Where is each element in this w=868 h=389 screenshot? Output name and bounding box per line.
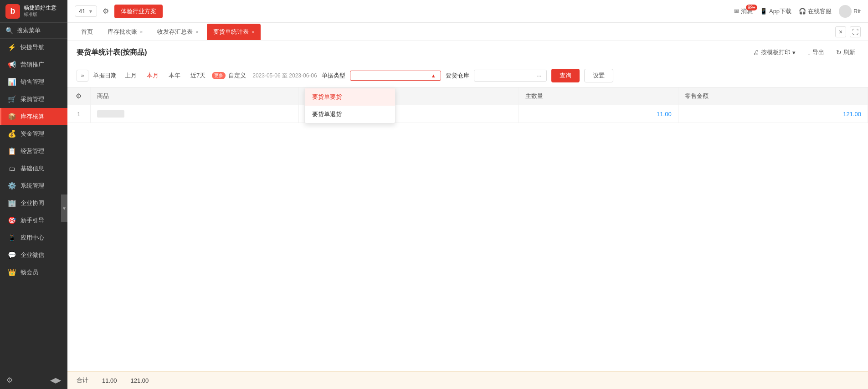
shortcut-last-7[interactable]: 近7天 — [187, 71, 209, 81]
page-header: 要货单统计表(按商品) 🖨 按模板打印 ▾ ↓ 导出 ↻ 刷新 — [67, 41, 868, 64]
wx-icon: 💬 — [7, 251, 17, 259]
store-arrow-icon: ▼ — [88, 9, 93, 14]
tab-batch-account-close[interactable]: × — [140, 29, 143, 35]
type-dropdown: 要货单要货 要货单退货 — [304, 88, 395, 123]
tab-order-stats[interactable]: 要货单统计表 × — [207, 24, 261, 40]
summary-label: 合计 — [77, 376, 88, 384]
col-settings-header[interactable]: ⚙ — [67, 87, 90, 105]
export-icon: ↓ — [807, 49, 811, 56]
message-icon: ✉ — [734, 8, 739, 15]
basic-icon: 🗂 — [7, 165, 17, 173]
settings-button[interactable]: 设置 — [584, 69, 613, 82]
sidebar-scroll-down[interactable]: ▼ — [61, 194, 67, 222]
filter-expand-btn[interactable]: » — [77, 70, 88, 82]
warehouse-select[interactable]: ··· — [474, 70, 547, 82]
filter-bar: » 单据日期 上月 本月 本年 近7天 更多 自定义 2023-05-06 至 … — [67, 64, 868, 87]
tab-close-all-btn[interactable]: × — [835, 26, 846, 37]
tab-batch-account-label: 库存批次账 — [108, 28, 137, 36]
sidebar-item-inventory[interactable]: 📦 库存核算 — [0, 108, 67, 125]
dropdown-item-order-return[interactable]: 要货单退货 — [305, 106, 395, 123]
sidebar-item-label: 经营管理 — [21, 147, 44, 155]
summary-bar: 合计 11.00 121.00 — [67, 371, 868, 389]
tab-home[interactable]: 首页 — [75, 24, 99, 40]
sidebar-item-quick-nav[interactable]: ⚡ 快捷导航 — [0, 39, 67, 56]
type-select[interactable]: ▲ — [350, 71, 441, 81]
sidebar-item-app-center[interactable]: 📱 应用中心 — [0, 229, 67, 246]
sidebar-bottom: ⚙ ◀▶ — [0, 371, 67, 389]
sidebar-item-member[interactable]: 👑 畅会员 — [0, 264, 67, 281]
more-shortcuts-badge[interactable]: 更多 — [212, 72, 226, 79]
tab-recv-summary[interactable]: 收发存汇总表 × — [151, 24, 205, 40]
message-btn[interactable]: ✉ 消息 99+ — [734, 7, 753, 15]
sidebar-item-system[interactable]: ⚙️ 系统管理 — [0, 177, 67, 194]
app-download-label: App下载 — [769, 7, 791, 15]
tab-batch-account[interactable]: 库存批次账 × — [101, 24, 149, 40]
sidebar-item-label: 资金管理 — [21, 130, 44, 138]
query-button[interactable]: 查询 — [551, 69, 580, 82]
shortcut-this-month[interactable]: 本月 — [143, 71, 162, 81]
sidebar-nav: ⚡ 快捷导航 📢 营销推广 📊 销售管理 🛒 采购管理 📦 库存核算 💰 资金管… — [0, 39, 67, 371]
sidebar-item-label: 库存核算 — [21, 113, 44, 121]
date-range-display: 2023-05-06 至 2023-06-06 — [252, 72, 317, 80]
sidebar-item-operation[interactable]: 📋 经营管理 — [0, 143, 67, 160]
export-btn[interactable]: ↓ 导出 — [804, 46, 828, 58]
app-download-btn[interactable]: 📱 App下载 — [760, 7, 791, 15]
date-label: 单据日期 — [93, 72, 117, 80]
type-label: 单据类型 — [322, 72, 345, 80]
custom-date-btn[interactable]: 自定义 — [228, 72, 246, 80]
tab-home-label: 首页 — [81, 28, 93, 36]
summary-amount-item: 121.00 — [131, 377, 149, 384]
row-index: 1 — [67, 105, 90, 123]
main-area: 41 ▼ ⚙ 体验行业方案 ✉ 消息 99+ 📱 App下载 🎧 在线客服 R — [67, 0, 868, 389]
sidebar-item-label: 基础信息 — [21, 164, 44, 173]
tab-recv-summary-label: 收发存汇总表 — [157, 28, 193, 36]
sidebar-item-purchase[interactable]: 🛒 采购管理 — [0, 91, 67, 108]
enterprise-icon: 🏢 — [7, 199, 17, 207]
print-label: 按模板打印 — [761, 48, 791, 56]
type-select-arrow: ▲ — [431, 73, 436, 78]
shortcut-up-month[interactable]: 上月 — [121, 71, 140, 81]
dropdown-item-order-goods[interactable]: 要货单要货 — [305, 88, 395, 106]
refresh-label: 刷新 — [843, 48, 855, 56]
col-qty-header: 主数量 — [519, 87, 678, 105]
user-avatar-area[interactable]: Rit — [839, 5, 861, 18]
product-placeholder — [97, 110, 124, 118]
search-menu[interactable]: 🔍 搜索菜单 — [0, 23, 67, 39]
shortcut-this-year[interactable]: 本年 — [165, 71, 184, 81]
sidebar-item-sales[interactable]: 📊 销售管理 — [0, 73, 67, 91]
sidebar-item-label: 企业微信 — [21, 251, 44, 259]
col-product-header: 商品 — [90, 87, 298, 105]
service-icon: 🎧 — [799, 8, 806, 15]
refresh-btn[interactable]: ↻ 刷新 — [832, 46, 859, 58]
print-btn[interactable]: 🖨 按模板打印 ▾ — [749, 46, 799, 58]
trial-button[interactable]: 体验行业方案 — [114, 5, 163, 18]
expand-icon: » — [81, 72, 84, 79]
online-service-btn[interactable]: 🎧 在线客服 — [799, 7, 832, 15]
page-title: 要货单统计表(按商品) — [77, 48, 147, 63]
settings-bottom-icon[interactable]: ⚙ — [6, 376, 13, 384]
tab-expand-btn[interactable]: ⛶ — [850, 26, 861, 37]
sidebar-item-marketing[interactable]: 📢 营销推广 — [0, 56, 67, 73]
sidebar-item-label: 快捷导航 — [21, 43, 44, 51]
sidebar-item-basic[interactable]: 🗂 基础信息 — [0, 160, 67, 177]
app-center-icon: 📱 — [7, 234, 17, 242]
table-container: ⚙ 商品 主计量单位 主数量 零售金额 1 — [67, 87, 868, 371]
tab-recv-summary-close[interactable]: × — [195, 29, 198, 35]
row-product — [90, 105, 298, 123]
store-selector[interactable]: 41 ▼ — [75, 5, 97, 17]
sidebar-item-finance[interactable]: 💰 资金管理 — [0, 125, 67, 143]
tab-order-stats-label: 要货单统计表 — [213, 28, 249, 36]
sidebar-logo: b 畅捷通好生意 标准版 — [0, 0, 67, 23]
search-label: 搜索菜单 — [17, 26, 41, 35]
collapse-icon[interactable]: ◀▶ — [50, 376, 61, 384]
topbar: 41 ▼ ⚙ 体验行业方案 ✉ 消息 99+ 📱 App下载 🎧 在线客服 R — [67, 0, 868, 23]
tab-order-stats-close[interactable]: × — [252, 29, 254, 35]
sidebar-item-wx[interactable]: 💬 企业微信 — [0, 246, 67, 264]
topbar-settings-icon[interactable]: ⚙ — [103, 7, 109, 15]
warehouse-more-icon[interactable]: ··· — [536, 72, 542, 79]
topbar-right: ✉ 消息 99+ 📱 App下载 🎧 在线客服 Rit — [734, 5, 861, 18]
column-settings-icon[interactable]: ⚙ — [76, 92, 82, 100]
online-service-label: 在线客服 — [808, 7, 832, 15]
sidebar-item-guide[interactable]: 🎯 新手引导 — [0, 212, 67, 229]
sidebar-item-enterprise[interactable]: 🏢 企业协同 — [0, 194, 67, 212]
